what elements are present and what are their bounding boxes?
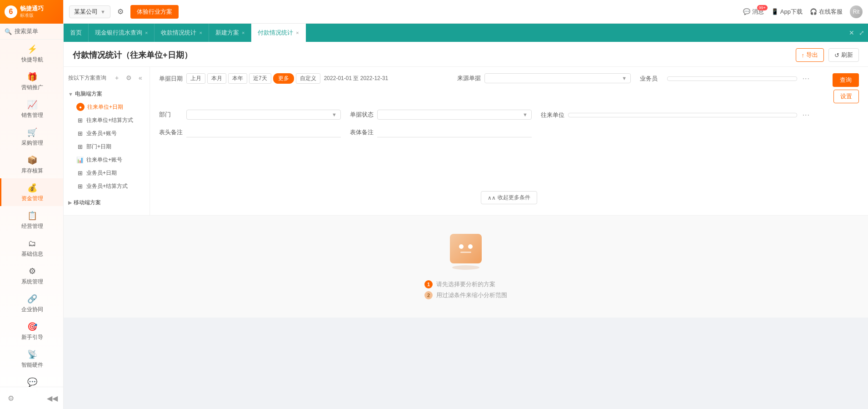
sidebar-item-corp[interactable]: 🔗 企业协同 [0,289,63,317]
sidebar-nav: ⚡ 快捷导航 🎁 营销推广 📈 销售管理 🛒 采购管理 📦 库存核算 💰 资金管… [0,40,63,387]
staff-settlement-label: 业务员+结算方式 [86,182,128,190]
table-header-remark-control [186,127,341,137]
custom-date-btn[interactable]: 自定义 [296,73,320,84]
system-label: 系统管理 [21,278,43,286]
company-selector[interactable]: 某某公司 ▼ [69,5,110,18]
voucher-status-select[interactable]: ▼ [377,110,532,120]
tab-bank-flow-close-icon[interactable]: × [145,30,148,35]
refresh-btn[interactable]: ↺ 刷新 [828,48,859,62]
hardware-icon: 📡 [27,349,37,359]
marketing-icon: 🎁 [27,72,37,82]
query-btn[interactable]: 查询 [833,73,859,87]
scheme-item-dept-date[interactable]: ⊞ 部门+日期 [64,140,150,153]
collapse-scheme-btn[interactable]: « [136,73,145,82]
trial-btn[interactable]: 体验行业方案 [130,5,179,19]
voucher-date-field: 单据日期 上月 本月 本年 近7天 更多 自定义 2022-01-01 至 20… [159,73,448,84]
tab-close-btn[interactable]: ✕ [849,29,854,36]
sidebar-item-inventory[interactable]: 📦 库存核算 [0,151,63,178]
guide-label: 新手引导 [21,333,43,341]
sidebar-item-hardware[interactable]: 📡 智能硬件 [0,345,63,373]
source-voucher-select[interactable]: ▼ [484,73,631,83]
app-sub: 标准版 [20,12,44,19]
staff-date-icon: ⊞ [76,170,84,177]
tab-maximize-btn[interactable]: ⤢ [859,29,864,36]
scheme-item-partner-date[interactable]: ● 往来单位+日期 [64,100,150,114]
tab-new-scheme-close-icon[interactable]: × [242,30,244,35]
partner-select[interactable] [568,113,797,117]
tab-receipt-stats[interactable]: 收款情况统计 × [155,24,209,42]
more-date-btn[interactable]: 更多 [273,73,294,84]
topbar-gear-btn[interactable]: ⚙ [114,5,127,18]
tip-num-1: 1 [424,280,433,288]
last-month-btn[interactable]: 上月 [186,73,205,84]
voucher-date-label: 单据日期 [159,75,183,83]
sidebar-item-purchase[interactable]: 🛒 采购管理 [0,123,63,151]
sidebar-item-basic[interactable]: 🗂 基础信息 [0,234,63,262]
dept-select[interactable]: ▼ [186,110,341,120]
filter-panel: 单据日期 上月 本月 本年 近7天 更多 自定义 2022-01-01 至 20… [150,67,868,215]
collapse-btn[interactable]: ∧∧ 收起更多条件 [481,191,537,204]
mobile-group-header[interactable]: ▶ 移动端方案 [64,197,150,209]
basic-label: 基础信息 [21,250,43,258]
scheme-item-partner-settlement[interactable]: ⊞ 往来单位+结算方式 [64,114,150,127]
desktop-group-header[interactable]: ▼ 电脑端方案 [64,88,150,100]
partner-dots-btn[interactable]: ··· [799,110,813,121]
export-label: 导出 [806,51,818,59]
robot-eye-right [468,244,473,249]
tab-new-scheme[interactable]: 新建方案 × [209,24,251,42]
scheme-item-staff-date[interactable]: ⊞ 业务员+日期 [64,167,150,180]
date-btn-group: 上月 本月 本年 近7天 更多 自定义 2022-01-01 至 2022-12… [186,73,388,84]
sidebar-item-wechat[interactable]: 💬 企业微信 [0,373,63,387]
partner-field: 往来单位 ··· [541,110,813,121]
sidebar-item-finance[interactable]: 💰 资金管理 [0,178,63,206]
tab-bank-flow-label: 现金银行流水查询 [95,29,142,37]
settings-btn-bottom[interactable]: ⚙ [5,392,17,404]
scheme-item-staff-settlement[interactable]: ⊞ 业务员+结算方式 [64,180,150,193]
robot-shadow [452,265,479,270]
tab-receipt-stats-close-icon[interactable]: × [199,30,202,35]
scheme-item-staff-account[interactable]: ⊞ 业务员+账号 [64,127,150,140]
table-header-remark-input[interactable] [186,127,341,137]
scheme-item-partner-account[interactable]: 📊 往来单位+账号 [64,153,150,167]
robot-body [450,234,482,263]
tab-bank-flow[interactable]: 现金银行流水查询 × [89,24,155,42]
user-avatar[interactable]: Rit [850,5,863,18]
messages-btn[interactable]: 💬 消息 99+ [743,8,764,16]
sidebar-item-system[interactable]: ⚙ 系统管理 [0,262,63,289]
last-7-days-btn[interactable]: 近7天 [249,73,271,84]
guide-icon: 🎯 [27,322,37,332]
sidebar-item-operations[interactable]: 📋 经营管理 [0,206,63,234]
this-year-btn[interactable]: 本年 [228,73,247,84]
sidebar-item-quick-nav[interactable]: ⚡ 快捷导航 [0,40,63,67]
collapse-sidebar-btn[interactable]: ◀◀ [46,392,59,404]
tab-payment-stats[interactable]: 付款情况统计 × [251,24,305,42]
desktop-group-label: 电脑端方案 [75,90,102,98]
search-label: 搜索菜单 [15,27,38,35]
sidebar-item-guide[interactable]: 🎯 新手引导 [0,317,63,345]
table-body-remark-input[interactable] [377,127,532,137]
settings-btn[interactable]: 设置 [833,90,859,103]
this-month-btn[interactable]: 本月 [207,73,226,84]
staff-dots-btn[interactable]: ··· [799,73,813,84]
partner-account-icon: 📊 [76,157,84,164]
main-area: 某某公司 ▼ ⚙ 体验行业方案 💬 消息 99+ 📱 App下载 🎧 在线客服 … [64,0,868,409]
voucher-status-field: 单据状态 ▼ [350,110,532,120]
export-btn[interactable]: ↑ 导出 [796,48,824,62]
date-range-text: 2022-01-01 至 2022-12-31 [324,75,388,82]
scheme-settings-btn[interactable]: ⚙ [124,73,133,82]
add-scheme-btn[interactable]: + [112,73,121,82]
tab-payment-stats-label: 付款情况统计 [258,29,293,37]
staff-select[interactable] [667,76,797,81]
app-download-btn[interactable]: 📱 App下载 [771,8,803,16]
tab-home[interactable]: 首页 [64,24,89,42]
sidebar-item-marketing[interactable]: 🎁 营销推广 [0,67,63,95]
desktop-group-chevron-icon: ▼ [68,91,73,97]
tab-payment-stats-close-icon[interactable]: × [296,30,299,35]
sidebar-search[interactable]: 🔍 搜索菜单 [0,24,63,40]
app-download-icon: 📱 [771,8,778,15]
table-body-remark-label: 表体备注 [350,128,374,136]
result-area: 1 请先选择要分析的方案 2 用过滤条件来缩小分析范围 [64,216,868,318]
online-service-btn[interactable]: 🎧 在线客服 [810,8,843,16]
filter-layout: 按以下方案查询 + ⚙ « ▼ 电脑端方案 ● 往来单位+日期 [64,67,868,216]
sidebar-item-sales[interactable]: 📈 销售管理 [0,95,63,123]
